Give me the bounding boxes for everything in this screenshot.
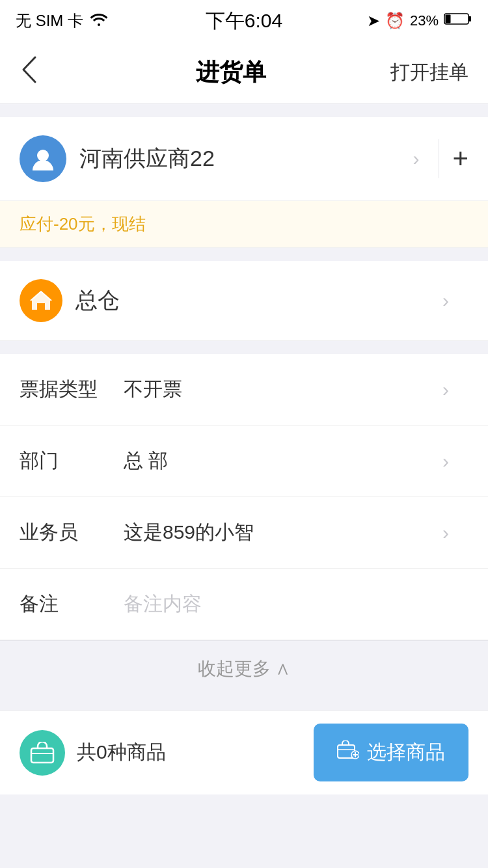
svg-rect-2 bbox=[446, 15, 451, 23]
form-section: 票据类型 不开票 › 部门 总 部 › 业务员 这是859的小智 › 备注 备注… bbox=[0, 354, 488, 640]
warehouse-name: 总仓 bbox=[75, 286, 442, 316]
supplier-notice: 应付-20元，现结 bbox=[0, 201, 488, 248]
svg-rect-4 bbox=[37, 303, 45, 310]
invoice-type-chevron-icon: › bbox=[442, 379, 449, 401]
remark-label: 备注 bbox=[20, 591, 124, 617]
location-icon: ➤ bbox=[367, 12, 380, 30]
svg-point-3 bbox=[37, 150, 49, 161]
supplier-row[interactable]: 河南供应商22 › + bbox=[0, 117, 488, 201]
back-button[interactable] bbox=[20, 55, 72, 90]
bottom-bar: 共0种商品 选择商品 bbox=[0, 710, 488, 794]
warehouse-icon bbox=[20, 279, 62, 322]
select-product-button[interactable]: 选择商品 bbox=[314, 724, 468, 781]
invoice-type-label: 票据类型 bbox=[20, 376, 124, 403]
invoice-type-value: 不开票 bbox=[124, 376, 442, 403]
nav-bar: 进货单 打开挂单 bbox=[0, 42, 488, 104]
department-value: 总 部 bbox=[124, 448, 442, 474]
divider-warehouse bbox=[0, 248, 488, 261]
page-content: 河南供应商22 › + 应付-20元，现结 总仓 › 票据类型 不开票 › bbox=[0, 104, 488, 868]
status-left: 无 SIM 卡 bbox=[16, 10, 108, 31]
supplier-name: 河南供应商22 bbox=[79, 144, 413, 174]
product-count-text: 共0种商品 bbox=[77, 739, 166, 766]
department-chevron-icon: › bbox=[442, 450, 449, 472]
svg-rect-1 bbox=[468, 16, 471, 21]
page-title: 进货单 bbox=[196, 57, 266, 88]
invoice-type-row[interactable]: 票据类型 不开票 › bbox=[0, 354, 488, 426]
battery-label: 23% bbox=[410, 12, 439, 29]
carrier-label: 无 SIM 卡 bbox=[16, 10, 83, 31]
salesman-chevron-icon: › bbox=[442, 522, 449, 544]
select-product-icon bbox=[337, 740, 359, 765]
supplier-chevron-icon: › bbox=[413, 148, 419, 170]
select-product-label: 选择商品 bbox=[367, 739, 445, 766]
remark-row[interactable]: 备注 备注内容 bbox=[0, 569, 488, 640]
salesman-row[interactable]: 业务员 这是859的小智 › bbox=[0, 497, 488, 569]
collapse-row[interactable]: 收起更多 ∧ bbox=[0, 640, 488, 697]
warehouse-card: 总仓 › bbox=[0, 261, 488, 341]
collapse-label: 收起更多 ∧ bbox=[198, 658, 291, 679]
product-count-icon bbox=[20, 730, 65, 776]
wifi-icon bbox=[90, 12, 108, 30]
warehouse-chevron-icon: › bbox=[442, 290, 449, 312]
salesman-label: 业务员 bbox=[20, 519, 124, 546]
divider-top bbox=[0, 104, 488, 117]
warehouse-row[interactable]: 总仓 › bbox=[0, 261, 488, 341]
open-pending-button[interactable]: 打开挂单 bbox=[390, 59, 468, 86]
department-row[interactable]: 部门 总 部 › bbox=[0, 426, 488, 497]
supplier-card: 河南供应商22 › + 应付-20元，现结 bbox=[0, 117, 488, 248]
salesman-value: 这是859的小智 bbox=[124, 519, 442, 546]
add-button[interactable]: + bbox=[439, 139, 468, 178]
status-right: ➤ ⏰ 23% bbox=[367, 12, 472, 30]
product-count-section: 共0种商品 bbox=[20, 730, 166, 776]
remark-input[interactable]: 备注内容 bbox=[124, 591, 468, 617]
status-time: 下午6:04 bbox=[206, 8, 282, 34]
department-label: 部门 bbox=[20, 448, 124, 474]
svg-rect-5 bbox=[31, 748, 53, 763]
battery-icon bbox=[444, 12, 472, 30]
status-bar: 无 SIM 卡 下午6:04 ➤ ⏰ 23% bbox=[0, 0, 488, 42]
alarm-icon: ⏰ bbox=[385, 12, 405, 30]
supplier-avatar bbox=[20, 135, 66, 182]
